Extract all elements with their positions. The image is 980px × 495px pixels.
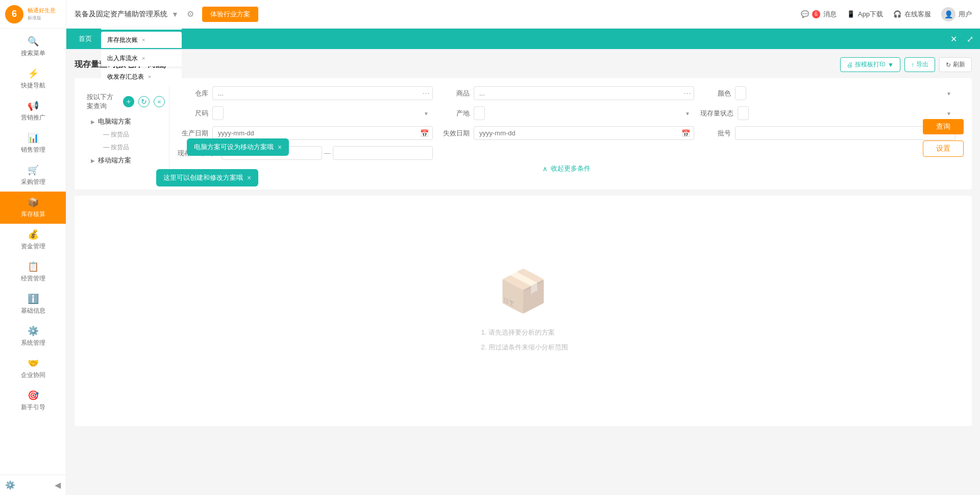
stock-main-max-input[interactable] (333, 146, 433, 160)
system-name-dropdown-icon[interactable]: ▼ (172, 10, 179, 18)
empty-state-content: 📦 请先选择要分析的方案 用过滤条件来缩小分析范围 (75, 226, 972, 395)
sidebar-item-finance[interactable]: 💰资金管理 (0, 224, 66, 256)
sidebar-item-basic-info[interactable]: ℹ️基础信息 (0, 288, 66, 320)
scheme-pc[interactable]: ▶ 电脑端方案 (87, 115, 165, 128)
scheme-mobile[interactable]: ▶ 移动端方案 (87, 154, 165, 167)
sidebar-item-guide[interactable]: 🎯新手引导 (0, 385, 66, 417)
tooltip2-text: 这里可以创建和修改方案哦 (163, 173, 243, 182)
filter-goods: 商品 ··· (439, 86, 694, 100)
operations-icon: 📋 (28, 261, 39, 272)
notification-badge: 6 (812, 10, 820, 18)
user-group[interactable]: 👤 用户 (941, 7, 972, 21)
sidebar-item-inventory[interactable]: 📦库存核算 (0, 192, 66, 224)
tab-home[interactable]: 首页 (70, 29, 100, 49)
basic-info-label: 基础信息 (21, 307, 45, 315)
sidebar-item-marketing[interactable]: 📢营销推广 (0, 95, 66, 127)
empty-hint1: 请先选择要分析的方案 (488, 325, 568, 340)
scheme-pc-sub: — 按货品 (87, 128, 165, 141)
batch-no-label: 批号 (700, 129, 731, 138)
tooltip2-close[interactable]: × (247, 174, 251, 182)
produce-date-label: 生产日期 (178, 129, 208, 138)
expire-date-input[interactable] (474, 126, 694, 140)
gear-icon[interactable]: ⚙ (187, 9, 194, 19)
warehouse-more-icon[interactable]: ··· (422, 88, 430, 99)
goods-input[interactable] (474, 86, 694, 100)
back-btn[interactable]: « (154, 96, 165, 107)
filter-row2: 尺码 ▼ 产地 (178, 106, 955, 120)
size-select[interactable] (212, 106, 224, 120)
tab-maximize-icon[interactable]: ⤢ (964, 33, 976, 45)
sidebar-item-operations[interactable]: 📋经营管理 (0, 256, 66, 288)
filter-produce-date: 生产日期 📅 (178, 126, 433, 140)
tooltip1-close[interactable]: × (278, 143, 282, 151)
template-print-btn[interactable]: 🖨 按模板打印 ▼ (840, 57, 900, 72)
mobile-triangle-icon: ▶ (91, 158, 95, 163)
industry-btn[interactable]: 体验行业方案 (202, 7, 258, 22)
stock-status-select[interactable] (738, 106, 749, 120)
filter-origin: 产地 ▼ (439, 106, 694, 120)
sidebar-item-system[interactable]: ⚙️系统管理 (0, 320, 66, 352)
range-dash: — (324, 149, 331, 157)
app-download-group[interactable]: 📱 App下载 (847, 10, 883, 19)
sidebar-bottom: ⚙️ ◀ (0, 475, 66, 495)
tooltip-create-scheme: 这里可以创建和修改方案哦 × (156, 169, 258, 186)
search-btn[interactable]: 查询 (923, 119, 964, 134)
tab-close-batch-account[interactable]: × (142, 37, 145, 43)
marketing-icon: 📢 (28, 100, 39, 111)
tab-batch-account[interactable]: 库存批次账× (101, 32, 182, 48)
tab-close-collect-summary[interactable]: × (148, 74, 151, 80)
header-right: 💬 6 消息 📱 App下载 🎧 在线客服 👤 用户 (801, 7, 972, 21)
sidebar-item-enterprise[interactable]: 🤝企业协同 (0, 352, 66, 385)
system-icon: ⚙️ (28, 325, 39, 337)
action-buttons: 查询 设置 (923, 119, 964, 157)
tab-bar: 首页 现存量（库存状况表）×现存量（库存分布表）×库存批次账×出入库流水×收发存… (66, 29, 980, 49)
color-label: 颜色 (700, 89, 731, 98)
tab-close-all-icon[interactable]: ✕ (947, 33, 960, 45)
export-btn[interactable]: ↑ 导出 (904, 57, 935, 72)
refresh-btn[interactable]: ↻ 刷新 (939, 57, 972, 72)
filter-row3: 生产日期 📅 失效日期 📅 (178, 126, 955, 140)
tab-label-batch-account: 库存批次账 (107, 36, 138, 44)
setting-btn[interactable]: 设置 (923, 140, 964, 157)
size-dropdown-icon: ▼ (424, 110, 429, 116)
sidebar-item-quick-nav[interactable]: ⚡快捷导航 (0, 63, 66, 95)
sidebar-item-sales[interactable]: 📊销售管理 (0, 127, 66, 159)
inventory-label: 库存核算 (21, 210, 45, 219)
finance-label: 资金管理 (21, 242, 45, 251)
expire-date-calendar-icon[interactable]: 📅 (681, 129, 690, 137)
filter-warehouse: 仓库 ··· (178, 86, 433, 100)
marketing-label: 营销推广 (21, 113, 45, 122)
tab-controls: ✕ ⤢ (947, 33, 976, 45)
finance-icon: 💰 (28, 229, 39, 240)
filter-expire-date: 失效日期 📅 (439, 126, 694, 140)
pc-triangle-icon: ▶ (91, 119, 95, 125)
filter-batch-no: 批号 (700, 126, 955, 140)
filter-row1: 仓库 ··· 商品 ··· (178, 86, 955, 100)
tab-close-in-out-flow[interactable]: × (142, 55, 145, 61)
color-select[interactable] (735, 86, 746, 100)
enterprise-label: 企业协同 (21, 371, 45, 380)
filter-row4: 现存量（主） — (178, 146, 955, 160)
collapse-btn[interactable]: ∧ 收起更多条件 (178, 160, 955, 173)
tab-collect-summary[interactable]: 收发存汇总表× (101, 68, 182, 85)
origin-select[interactable] (474, 106, 485, 120)
goods-more-icon[interactable]: ··· (683, 88, 691, 99)
refresh-scheme-btn[interactable]: ↻ (138, 96, 150, 107)
collapse-icon[interactable]: ◀ (55, 480, 61, 490)
settings-icon[interactable]: ⚙️ (5, 480, 15, 490)
warehouse-input[interactable] (212, 86, 433, 100)
goods-label: 商品 (439, 89, 470, 98)
sidebar-item-purchase[interactable]: 🛒采购管理 (0, 159, 66, 192)
stock-status-dropdown-icon: ▼ (946, 110, 951, 116)
tooltip1-text: 电脑方案可设为移动方案哦 (194, 143, 274, 152)
notification-group[interactable]: 💬 6 消息 (801, 10, 837, 19)
add-scheme-btn[interactable]: ＋ (123, 96, 134, 107)
filter-stock-status: 现存量状态 ▼ (700, 106, 955, 120)
online-support-group[interactable]: 🎧 在线客服 (893, 10, 931, 19)
tab-label-in-out-flow: 出入库流水 (107, 54, 138, 63)
produce-date-calendar-icon[interactable]: 📅 (420, 129, 429, 137)
tab-in-out-flow[interactable]: 出入库流水× (101, 50, 182, 66)
search-menu-label: 搜索菜单 (21, 49, 45, 58)
produce-date-input[interactable] (212, 126, 433, 140)
sidebar-item-search-menu[interactable]: 🔍搜索菜单 (0, 31, 66, 63)
